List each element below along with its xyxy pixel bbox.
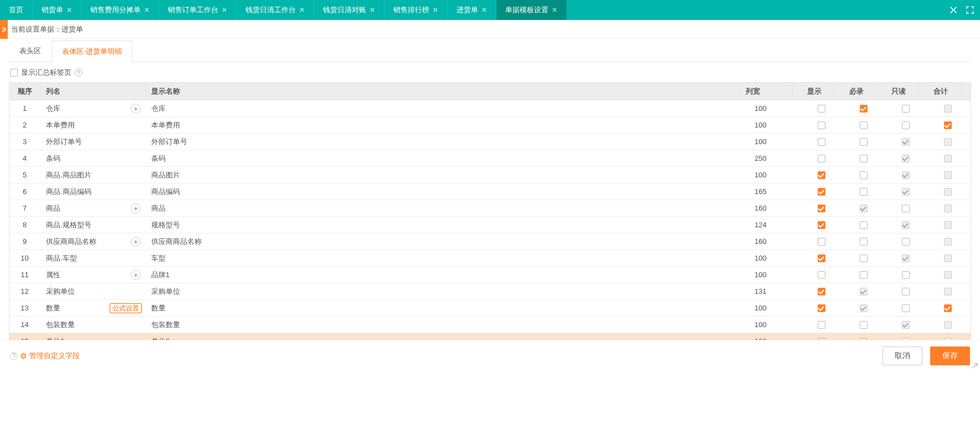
close-icon[interactable]: ✕ [222, 6, 227, 14]
grid-body[interactable]: 1仓库+仓库1002本单费用本单费用1003外部订单号外部订单号1004条码条码… [9, 100, 971, 340]
show-checkbox[interactable] [818, 288, 825, 295]
sum-checkbox[interactable] [944, 304, 952, 312]
table-row[interactable]: 2本单费用本单费用100 [9, 117, 971, 134]
cell-width[interactable]: 100 [749, 267, 802, 283]
required-checkbox[interactable] [860, 271, 868, 279]
readonly-checkbox[interactable] [902, 288, 910, 295]
table-row[interactable]: 13数量公式设置数量100 [9, 300, 971, 317]
save-button[interactable]: 保存 [930, 347, 970, 365]
close-icon[interactable]: ✕ [299, 6, 305, 14]
required-checkbox[interactable] [860, 105, 868, 113]
show-checkbox[interactable] [818, 254, 825, 262]
top-tab[interactable]: 销售费用分摊单✕ [81, 0, 159, 20]
show-summary-tab-checkbox[interactable] [10, 69, 18, 77]
show-checkbox[interactable] [818, 105, 825, 113]
required-checkbox[interactable] [860, 221, 868, 229]
show-checkbox[interactable] [818, 171, 825, 179]
show-checkbox[interactable] [818, 221, 825, 229]
expand-corner-icon[interactable] [971, 362, 979, 370]
table-row[interactable]: 6商品.商品编码商品编码165 [9, 184, 971, 200]
cancel-button[interactable]: 取消 [882, 347, 922, 365]
table-row[interactable]: 15单位2单位2100 [9, 333, 971, 340]
top-tab[interactable]: 销售订单工作台✕ [159, 0, 237, 20]
top-tab[interactable]: 销货单✕ [33, 0, 81, 20]
add-column-button[interactable]: + [131, 203, 141, 213]
table-row[interactable]: 14包装数量包装数量100 [9, 317, 971, 333]
close-icon[interactable]: ✕ [144, 6, 150, 14]
show-checkbox[interactable] [818, 121, 825, 129]
cell-display-name[interactable]: 外部订单号 [146, 134, 749, 150]
cell-width[interactable]: 100 [749, 250, 802, 266]
cell-width[interactable]: 100 [749, 100, 802, 116]
table-row[interactable]: 7商品+商品160 [9, 200, 971, 217]
cell-display-name[interactable]: 单位2 [146, 333, 749, 340]
top-tab[interactable]: 单据模板设置✕ [496, 0, 567, 20]
cell-display-name[interactable]: 仓库 [146, 100, 749, 116]
cell-width[interactable]: 131 [749, 283, 802, 299]
table-row[interactable]: 9供应商商品名称+供应商商品名称160 [9, 233, 971, 250]
close-icon[interactable]: ✕ [66, 6, 72, 14]
close-icon[interactable]: ✕ [552, 6, 557, 14]
table-row[interactable]: 4条码条码250 [9, 150, 971, 167]
close-all-tabs-button[interactable] [946, 2, 961, 18]
cell-width[interactable]: 160 [749, 200, 802, 216]
cell-width[interactable]: 100 [749, 333, 802, 340]
cell-display-name[interactable]: 商品编码 [146, 184, 749, 200]
readonly-checkbox[interactable] [902, 121, 910, 129]
required-checkbox[interactable] [860, 171, 868, 179]
sidebar-expand-handle[interactable] [0, 20, 8, 39]
cell-width[interactable]: 100 [749, 317, 802, 333]
cell-display-name[interactable]: 品牌1 [146, 267, 749, 283]
section-tab[interactable]: 表体区-进货单明细 [52, 40, 132, 62]
cell-display-name[interactable]: 采购单位 [146, 283, 749, 299]
cell-display-name[interactable]: 商品图片 [146, 167, 749, 183]
required-checkbox[interactable] [860, 138, 868, 146]
top-tab[interactable]: 钱货日清对账✕ [314, 0, 384, 20]
close-icon[interactable]: ✕ [481, 6, 487, 14]
table-row[interactable]: 5商品.商品图片商品图片100 [9, 167, 971, 184]
readonly-checkbox[interactable] [902, 271, 910, 279]
readonly-checkbox[interactable] [902, 105, 910, 113]
cell-width[interactable]: 165 [749, 184, 802, 200]
top-tab[interactable]: 首页 [0, 0, 33, 20]
show-checkbox[interactable] [818, 138, 825, 146]
cell-width[interactable]: 250 [749, 150, 802, 166]
cell-width[interactable]: 100 [749, 167, 802, 183]
show-checkbox[interactable] [818, 238, 825, 246]
table-row[interactable]: 8商品.规格型号规格型号124 [9, 217, 971, 233]
readonly-checkbox[interactable] [902, 304, 910, 312]
cell-width[interactable]: 100 [749, 300, 802, 316]
cell-display-name[interactable]: 数量 [146, 300, 749, 316]
manage-custom-fields-link[interactable]: ? ⚙ 管理自定义字段 [10, 351, 80, 361]
top-tab[interactable]: 销售排行榜✕ [384, 0, 448, 20]
readonly-checkbox[interactable] [902, 205, 910, 212]
table-row[interactable]: 1仓库+仓库100 [9, 100, 971, 117]
cell-display-name[interactable]: 车型 [146, 250, 749, 266]
show-checkbox[interactable] [818, 205, 825, 212]
add-column-button[interactable]: + [131, 104, 141, 114]
close-icon[interactable]: ✕ [433, 6, 438, 14]
cell-display-name[interactable]: 商品 [146, 200, 749, 216]
cell-width[interactable]: 100 [749, 134, 802, 150]
cell-width[interactable]: 100 [749, 117, 802, 133]
top-tab[interactable]: 进货单✕ [448, 0, 496, 20]
show-checkbox[interactable] [818, 188, 825, 196]
help-icon[interactable]: ? [75, 69, 83, 77]
close-icon[interactable]: ✕ [370, 6, 375, 14]
fullscreen-icon[interactable] [962, 2, 978, 18]
cell-display-name[interactable]: 供应商商品名称 [146, 233, 749, 249]
cell-display-name[interactable]: 规格型号 [146, 217, 749, 233]
formula-setting-button[interactable]: 公式设置 [110, 303, 142, 313]
add-column-button[interactable]: + [131, 270, 141, 280]
required-checkbox[interactable] [860, 188, 868, 196]
cell-width[interactable]: 124 [749, 217, 802, 233]
table-row[interactable]: 12采购单位采购单位131 [9, 283, 971, 300]
show-checkbox[interactable] [818, 304, 825, 312]
show-checkbox[interactable] [818, 271, 825, 279]
show-checkbox[interactable] [818, 155, 825, 162]
table-row[interactable]: 10商品.车型车型100 [9, 250, 971, 267]
cell-width[interactable]: 160 [749, 233, 802, 249]
readonly-checkbox[interactable] [902, 238, 910, 246]
table-row[interactable]: 11属性+品牌1100 [9, 267, 971, 283]
cell-display-name[interactable]: 包装数量 [146, 317, 749, 333]
